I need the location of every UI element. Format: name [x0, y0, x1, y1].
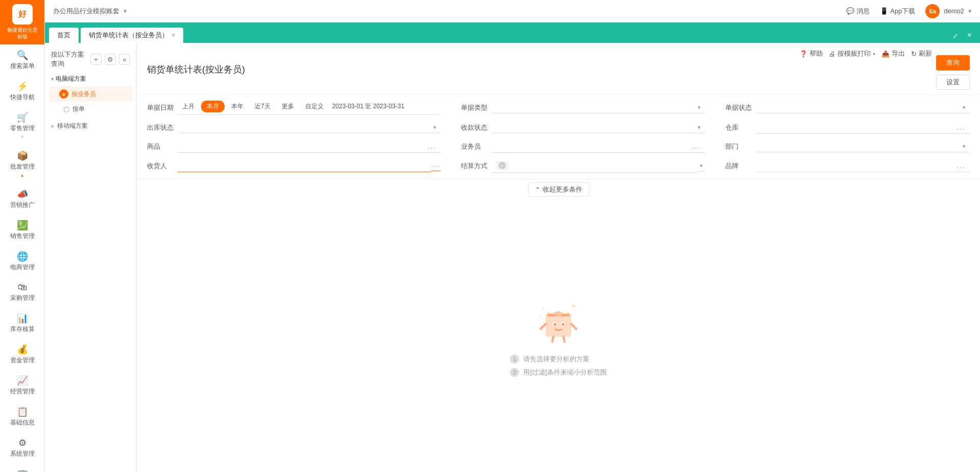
main-area: 办公用品行业模拟账套 ▾ 💬 消息 📱 App下载 Ea demo2 ▾ 首页 … — [45, 0, 980, 472]
dropdown-arrow[interactable]: ▾ — [124, 7, 127, 15]
sidebar-item-inventory[interactable]: 📊 库存核算 — [0, 308, 44, 339]
filter-doc-status: 单据状态 ▾ — [725, 102, 970, 113]
tab-home[interactable]: 首页 — [49, 28, 79, 43]
export-btn[interactable]: 📤 导出 — [881, 49, 905, 58]
salesperson-select[interactable]: ... — [492, 140, 705, 153]
tab-sales-stat-label: 销货单统计表（按业务员） — [89, 31, 168, 40]
sidebar-item-label: 批发管理 — [2, 162, 42, 171]
out-status-select[interactable]: ▾ — [178, 122, 440, 133]
date-more-btn[interactable]: 更多 — [277, 101, 299, 112]
query-button[interactable]: 查询 — [936, 55, 970, 70]
sidebar-item-quick-nav[interactable]: ⚡ 快捷导航 — [0, 76, 44, 107]
refresh-btn[interactable]: ↻ 刷新 — [911, 49, 932, 58]
sidebar-item-retail[interactable]: 🛒 零售管理 ▾ — [0, 107, 44, 145]
sidebar-item-marketing[interactable]: 📣 营销推广 — [0, 183, 44, 215]
tab-close-icon[interactable]: × — [172, 32, 175, 39]
tab-sales-stat[interactable]: 销货单统计表（按业务员） × — [81, 28, 183, 43]
consignee-dots[interactable]: ... — [431, 160, 440, 171]
sidebar-item-system[interactable]: ⚙ 系统管理 — [0, 432, 44, 463]
filter-row-3: 商品 ... 业务员 ... 部门 — [147, 140, 970, 153]
payment-status-select[interactable]: ▾ — [492, 122, 705, 133]
active-scheme-dot: ● — [59, 89, 68, 99]
message-btn[interactable]: 💬 消息 — [846, 7, 870, 16]
pc-section-header[interactable]: ▾ 电脑端方案 — [49, 72, 132, 86]
sidebar-item-enterprise[interactable]: 🏢 企业协同 — [0, 463, 44, 472]
export-label: 导出 — [892, 49, 905, 58]
doc-status-label: 单据状态 — [725, 103, 756, 112]
settlement-select[interactable]: × — [492, 159, 698, 173]
date-range-display: 2023-03-01 至 2023-03-31 — [332, 102, 404, 111]
help-label: 帮助 — [810, 49, 823, 58]
out-status-label: 出库状态 — [147, 123, 178, 132]
app-logo[interactable]: 好 畅捷通好生意 标版 — [0, 0, 44, 44]
scheme-by-salesperson[interactable]: ● 按业务员 — [49, 86, 132, 102]
dept-label: 部门 — [725, 142, 756, 151]
goods-select[interactable]: ... — [178, 140, 440, 153]
left-panel-actions: + ⚙ « — [90, 54, 130, 65]
sidebar-item-finance[interactable]: 💰 资金管理 — [0, 339, 44, 370]
sidebar-item-sales[interactable]: 💹 销售管理 — [0, 215, 44, 246]
brand-label: 品牌 — [725, 161, 756, 171]
doc-type-select[interactable]: ▾ — [492, 102, 705, 113]
tab-close-all-btn[interactable]: × — [963, 28, 976, 43]
app-subtitle: 办公用品行业模拟账套 — [53, 7, 119, 16]
out-status-arrow-icon: ▾ — [433, 124, 436, 131]
help-btn[interactable]: ❓ 帮助 — [799, 49, 823, 58]
template-print-btn[interactable]: 🖨 按模板打印 ▾ — [829, 49, 875, 58]
app-download-btn[interactable]: 📱 App下载 — [880, 7, 915, 16]
sidebar-item-ecommerce[interactable]: 🌐 电商管理 — [0, 246, 44, 277]
logo-icon: 好 — [12, 4, 33, 25]
mobile-section-label: 移动端方案 — [57, 122, 88, 130]
sidebar-item-base-info[interactable]: 📋 基础信息 — [0, 401, 44, 432]
collapse-more-btn[interactable]: ⌃ 收起更多条件 — [528, 182, 589, 197]
empty-step-1: 1 请先选择要分析的方案 — [510, 352, 606, 366]
filter-goods: 商品 ... — [147, 140, 440, 153]
left-panel: 按以下方案查询 + ⚙ « ▾ 电脑端方案 ● 按业务员 ⬡ 按 — [45, 43, 137, 472]
mobile-section-header[interactable]: ▶ 移动端方案 — [49, 119, 132, 133]
date-last7-btn[interactable]: 近7天 — [250, 101, 275, 112]
user-menu[interactable]: Ea demo2 ▾ — [925, 4, 972, 18]
step2-text: 用[过滤]条件来缩小分析范围 — [523, 366, 606, 379]
doc-type-label: 单据类型 — [461, 103, 492, 112]
tab-expand-btn[interactable]: ⤢ — [947, 29, 963, 43]
sidebar-item-label: 营销推广 — [2, 201, 42, 209]
baseinfo-icon: 📋 — [2, 406, 42, 417]
dept-select[interactable]: ▾ — [756, 141, 970, 152]
inventory-icon: 📊 — [2, 313, 42, 324]
sidebar-item-label: 系统管理 — [2, 450, 42, 458]
step2-num: 2 — [510, 368, 519, 377]
svg-line-5 — [541, 324, 546, 329]
date-this-month-btn[interactable]: 本月 — [201, 101, 225, 112]
filter-warehouse: 仓库 ... — [725, 121, 970, 134]
date-custom-btn[interactable]: 自定义 — [301, 101, 328, 112]
left-panel-title: 按以下方案查询 — [51, 50, 90, 68]
sidebar-item-label: 基础信息 — [2, 418, 42, 427]
collapse-bar: ⌃ 收起更多条件 — [137, 179, 980, 200]
settings-scheme-btn[interactable]: ⚙ — [105, 54, 116, 65]
setting-button[interactable]: 设置 — [936, 75, 970, 90]
sidebar-item-operations[interactable]: 📈 经营管理 — [0, 370, 44, 401]
date-last-month-btn[interactable]: 上月 — [178, 101, 199, 112]
doc-status-select[interactable]: ▾ — [756, 102, 970, 113]
settlement-badge: × — [496, 161, 509, 170]
filter-payment-status: 收款状态 ▾ — [461, 122, 705, 133]
scheme-by-order[interactable]: ⬡ 按单 — [49, 102, 132, 116]
settlement-x-btn[interactable]: × — [499, 162, 506, 169]
help-icon: ❓ — [799, 50, 807, 58]
wholesale-icon: 📦 — [2, 150, 42, 161]
date-this-year-btn[interactable]: 本年 — [227, 101, 248, 112]
collapse-panel-btn[interactable]: « — [119, 54, 130, 65]
collapse-label: 收起更多条件 — [543, 185, 582, 194]
payment-status-arrow-icon: ▾ — [698, 124, 701, 131]
add-scheme-btn[interactable]: + — [90, 54, 102, 65]
date-label: 单据日期 — [147, 103, 178, 112]
goods-dots: ... — [427, 142, 436, 150]
retail-icon: 🛒 — [2, 112, 42, 123]
brand-select[interactable]: ... — [756, 159, 970, 172]
sidebar-item-purchase[interactable]: 🛍 采购管理 — [0, 277, 44, 308]
sidebar-item-wholesale[interactable]: 📦 批发管理 ▴ — [0, 145, 44, 183]
consignee-input[interactable] — [178, 160, 431, 172]
sidebar-item-search[interactable]: 🔍 搜索菜单 — [0, 44, 44, 76]
marketing-icon: 📣 — [2, 188, 42, 200]
warehouse-select[interactable]: ... — [756, 121, 970, 134]
